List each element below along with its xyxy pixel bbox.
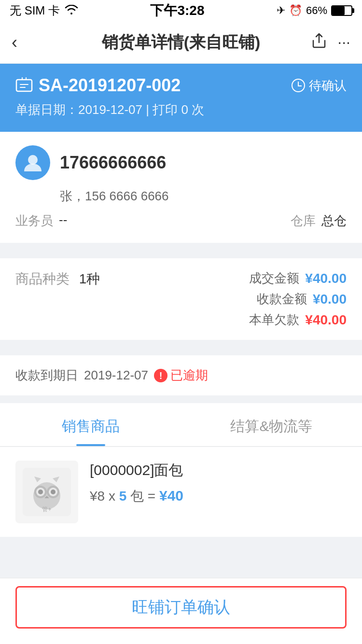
customer-name: 张，156 6666 6666: [60, 188, 169, 205]
svg-point-8: [38, 490, 43, 494]
price-base: ¥8: [90, 489, 105, 504]
confirm-order-button[interactable]: 旺铺订单确认: [15, 586, 347, 629]
customer-section: 17666666666 张，156 6666 6666 业务员 -- 仓库 总仓: [0, 132, 362, 243]
tab-sales-products[interactable]: 销售商品: [0, 403, 181, 446]
salesperson-label: 业务员: [15, 212, 53, 229]
svg-point-1: [28, 155, 38, 165]
customer-name-row: 张，156 6666 6666: [15, 188, 347, 205]
product-info: [0000002]面包 ¥8 x 5 包 = ¥40: [90, 461, 347, 505]
share-button[interactable]: [310, 32, 328, 53]
more-button[interactable]: ···: [337, 33, 350, 51]
order-id: SA-20191207-002: [15, 75, 181, 96]
salesperson-value: --: [59, 212, 67, 229]
due-date-value: 2019-12-07: [84, 368, 148, 383]
tab-settlement-logistics[interactable]: 结算&物流等: [181, 403, 362, 446]
separator-1: [0, 251, 362, 258]
separator-3: [0, 395, 362, 403]
price-total: ¥40: [159, 488, 183, 504]
avatar: [15, 145, 50, 180]
nav-actions: ···: [310, 32, 350, 53]
nav-bar: ‹ 销货单详情(来自旺铺) ···: [0, 21, 362, 64]
warning-icon: !: [154, 369, 167, 382]
product-name: [0000002]面包: [90, 461, 347, 480]
back-button[interactable]: ‹: [7, 28, 22, 57]
order-date: 单据日期：2019-12-07 | 打印 0 次: [15, 101, 347, 118]
page-title: 销货单详情(来自旺铺): [102, 31, 261, 54]
owed-amount: ¥40.00: [305, 312, 347, 328]
overdue-badge: ! 已逾期: [154, 367, 208, 384]
status-bar: 无 SIM 卡 下午3:28 ✈ ⏰ 66%: [0, 0, 362, 21]
product-item: 管+ [0000002]面包 ¥8 x 5 包 = ¥40: [0, 447, 362, 537]
order-status: 待确认: [292, 77, 347, 94]
svg-text:管+: 管+: [42, 506, 51, 513]
overdue-text: 已逾期: [170, 367, 208, 384]
customer-phone: 17666666666: [60, 153, 166, 173]
carrier-text: 无 SIM 卡: [10, 3, 60, 18]
due-date-label: 收款到期日: [15, 367, 78, 384]
bottom-bar: 旺铺订单确认: [0, 578, 362, 644]
due-section: 收款到期日 2019-12-07 ! 已逾期: [0, 355, 362, 395]
summary-right: 成交金额 ¥40.00 收款金额 ¥0.00 本单欠款 ¥40.00: [249, 270, 347, 328]
summary-section: 商品种类 1种 成交金额 ¥40.00 收款金额 ¥0.00 本单欠款 ¥40.…: [0, 258, 362, 340]
svg-point-9: [51, 490, 56, 494]
alarm-icon: ⏰: [289, 4, 302, 17]
product-types-label: 商品种类: [15, 271, 70, 286]
transaction-amount: ¥40.00: [305, 271, 347, 286]
battery-text: 66%: [306, 4, 327, 17]
status-left: 无 SIM 卡: [10, 3, 78, 18]
received-amount: ¥0.00: [313, 292, 347, 307]
order-header-card: SA-20191207-002 待确认 单据日期：2019-12-07 | 打印…: [0, 64, 362, 132]
received-label: 收款金额: [257, 291, 307, 308]
svg-rect-0: [16, 80, 32, 91]
product-price-formula: ¥8 x 5 包 = ¥40: [90, 487, 347, 505]
owed-label: 本单欠款: [249, 311, 299, 328]
separator-2: [0, 348, 362, 355]
status-time: 下午3:28: [150, 1, 204, 20]
product-types-value: 1种: [79, 271, 100, 286]
warehouse-value: 总仓: [321, 212, 347, 229]
tabs-bar: 销售商品 结算&物流等: [0, 403, 362, 447]
product-image: 管+: [15, 461, 78, 523]
product-section: 管+ [0000002]面包 ¥8 x 5 包 = ¥40: [0, 447, 362, 537]
customer-meta: 业务员 -- 仓库 总仓: [15, 212, 347, 229]
price-quantity: 5: [119, 489, 127, 504]
summary-left: 商品种类 1种: [15, 270, 100, 288]
status-right: ✈ ⏰ 66%: [277, 4, 352, 17]
clock-icon: [292, 79, 305, 92]
battery-icon: [331, 5, 352, 16]
transaction-label: 成交金额: [249, 270, 299, 287]
location-icon: ✈: [277, 4, 285, 17]
wifi-icon: [65, 4, 78, 17]
warehouse-label: 仓库: [291, 212, 316, 229]
